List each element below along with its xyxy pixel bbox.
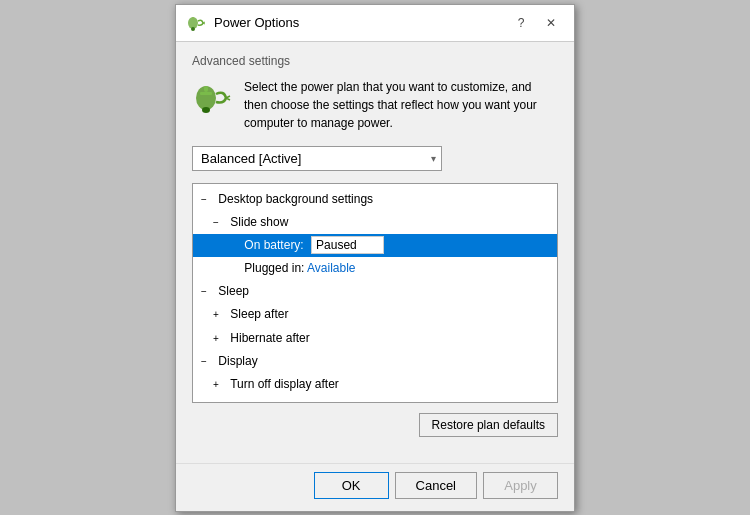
- tree-label: Sleep: [218, 284, 249, 298]
- tree-label: Hibernate after: [230, 331, 309, 345]
- power-options-icon: [186, 13, 206, 33]
- help-button[interactable]: ?: [508, 13, 534, 33]
- on-battery-dropdown-wrapper[interactable]: Paused Available: [311, 236, 384, 255]
- tree-item-turn-off-display[interactable]: + Turn off display after: [193, 373, 557, 396]
- tree-item-plugged-in[interactable]: Plugged in: Available: [193, 257, 557, 280]
- expand-icon: −: [201, 284, 213, 300]
- plugged-in-label: Plugged in:: [244, 261, 307, 275]
- cancel-button[interactable]: Cancel: [395, 472, 477, 499]
- power-icon-large: [192, 78, 232, 118]
- dialog-title: Power Options: [214, 15, 299, 30]
- plan-dropdown-wrapper[interactable]: Balanced [Active] Power saver High perfo…: [192, 146, 442, 171]
- tree-item-on-battery[interactable]: On battery: Paused Available: [193, 234, 557, 257]
- power-options-dialog: Power Options ? ✕ Advanced settings Sele…: [175, 4, 575, 512]
- tree-label: Slide show: [230, 215, 288, 229]
- tree-item-slideshow[interactable]: − Slide show: [193, 211, 557, 234]
- tree-label: Sleep after: [230, 307, 288, 321]
- expand-icon: −: [213, 215, 225, 231]
- expand-icon: +: [213, 307, 225, 323]
- tree-item-battery[interactable]: − Battery: [193, 396, 557, 402]
- ok-button[interactable]: OK: [314, 472, 389, 499]
- description-row: Select the power plan that you want to c…: [192, 78, 558, 132]
- advanced-settings-label: Advanced settings: [192, 54, 558, 68]
- apply-button[interactable]: Apply: [483, 472, 558, 499]
- title-bar-left: Power Options: [186, 13, 299, 33]
- expand-icon: [227, 238, 239, 254]
- svg-rect-2: [192, 17, 194, 20]
- description-text: Select the power plan that you want to c…: [244, 78, 558, 132]
- dialog-content: Advanced settings Select the power plan …: [176, 42, 574, 463]
- title-controls: ? ✕: [508, 13, 564, 33]
- svg-point-1: [191, 27, 195, 31]
- tree-label: Battery: [218, 400, 256, 402]
- footer-buttons: OK Cancel Apply: [176, 463, 574, 511]
- expand-icon: +: [213, 377, 225, 393]
- expand-icon: −: [201, 192, 213, 208]
- tree-item-sleep[interactable]: − Sleep: [193, 280, 557, 303]
- tree-label: Turn off display after: [230, 377, 339, 391]
- svg-point-4: [202, 107, 210, 113]
- expand-icon: −: [201, 400, 213, 402]
- plan-dropdown[interactable]: Balanced [Active] Power saver High perfo…: [192, 146, 442, 171]
- restore-plan-button[interactable]: Restore plan defaults: [419, 413, 558, 437]
- on-battery-label: On battery:: [244, 238, 303, 252]
- tree-label: Desktop background settings: [218, 192, 373, 206]
- svg-rect-6: [200, 92, 212, 95]
- tree-item-display[interactable]: − Display: [193, 350, 557, 373]
- tree-item-hibernate-after[interactable]: + Hibernate after: [193, 327, 557, 350]
- title-bar: Power Options ? ✕: [176, 5, 574, 42]
- expand-icon: [227, 261, 239, 277]
- plugged-in-value: Available: [307, 261, 355, 275]
- settings-tree-box[interactable]: − Desktop background settings − Slide sh…: [192, 183, 558, 403]
- on-battery-dropdown[interactable]: Paused Available: [311, 236, 384, 254]
- expand-icon: −: [201, 354, 213, 370]
- tree-item-desktop-bg[interactable]: − Desktop background settings: [193, 188, 557, 211]
- expand-icon: +: [213, 331, 225, 347]
- tree-label: Display: [218, 354, 257, 368]
- settings-list: − Desktop background settings − Slide sh…: [193, 184, 557, 403]
- close-button[interactable]: ✕: [538, 13, 564, 33]
- svg-rect-5: [204, 86, 208, 92]
- tree-item-sleep-after[interactable]: + Sleep after: [193, 303, 557, 326]
